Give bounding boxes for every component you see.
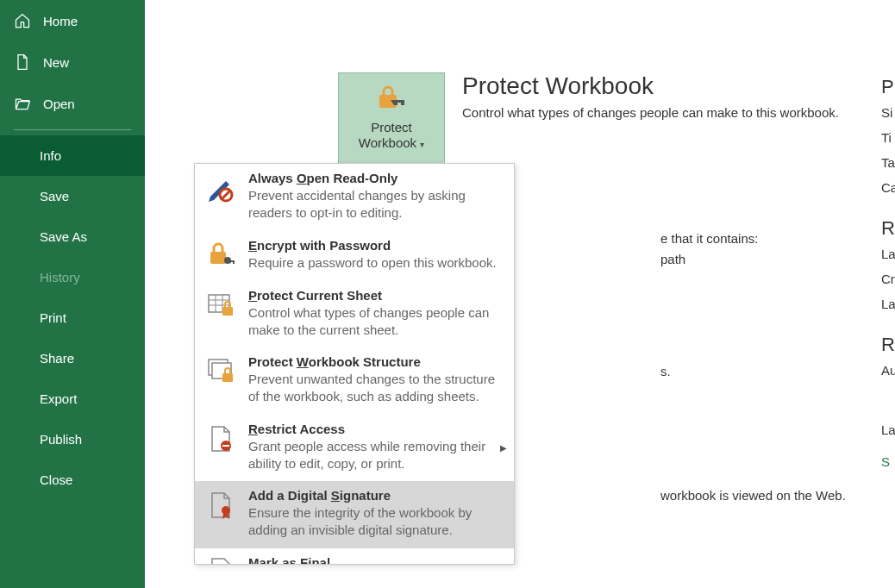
page-ribbon-icon — [203, 488, 238, 522]
sidebar-item-open[interactable]: Open — [0, 83, 145, 124]
sidebar-item-share[interactable]: Share — [0, 338, 145, 378]
menu-item-protect-workbook-structure[interactable]: Protect Workbook Structure Prevent unwan… — [195, 347, 514, 415]
sidebar-divider — [14, 129, 131, 130]
pencil-no-icon — [203, 171, 238, 205]
background-text: s. — [660, 364, 671, 378]
svg-rect-15 — [222, 445, 229, 447]
sheet-lock-icon — [203, 288, 238, 322]
property-label: Cr — [881, 266, 895, 291]
menu-item-protect-current-sheet[interactable]: Protect Current Sheet Control what types… — [195, 281, 514, 348]
section-description: Control what types of changes people can… — [462, 105, 839, 120]
sidebar-item-export[interactable]: Export — [0, 378, 145, 419]
page-final-icon — [203, 555, 238, 564]
sidebar-item-home[interactable]: Home — [0, 0, 145, 41]
submenu-arrow-icon: ▶ — [500, 443, 507, 453]
folder-open-icon — [14, 95, 31, 112]
property-label: La — [881, 417, 895, 442]
sidebar-label: Open — [43, 97, 75, 111]
related-dates-heading: R — [881, 216, 895, 241]
protect-workbook-button[interactable]: Protect Workbook▾ — [338, 72, 445, 164]
sidebar-item-save[interactable]: Save — [0, 176, 145, 216]
property-label: La — [881, 241, 895, 266]
button-label-line2: Workbook — [359, 135, 416, 150]
menu-item-restrict-access[interactable]: Restrict Access Grant people access whil… — [195, 415, 514, 482]
property-label: La — [881, 291, 895, 316]
property-label: Si — [881, 100, 895, 125]
sidebar-label: New — [43, 55, 69, 70]
backstage-sidebar: Home New Open Info Save Save As History … — [0, 0, 145, 588]
svg-point-16 — [222, 506, 230, 515]
document-icon — [14, 53, 31, 71]
home-icon — [14, 12, 31, 29]
property-label: Ta — [881, 150, 895, 175]
menu-item-always-open-read-only[interactable]: Always Open Read-Only Prevent accidental… — [195, 164, 514, 231]
protect-workbook-menu: Always Open Read-Only Prevent accidental… — [194, 163, 515, 565]
workbook-lock-icon — [203, 354, 238, 389]
menu-item-encrypt-with-password[interactable]: Encrypt with Password Require a password… — [195, 231, 514, 281]
sidebar-item-info[interactable]: Info — [0, 135, 145, 176]
background-text: path — [660, 252, 685, 266]
svg-rect-13 — [222, 373, 233, 382]
background-text: workbook is viewed on the Web. — [660, 488, 846, 503]
lock-key-icon — [203, 238, 238, 272]
menu-item-add-digital-signature[interactable]: Add a Digital Signature Ensure the integ… — [195, 481, 514, 548]
svg-rect-3 — [210, 252, 226, 264]
menu-item-mark-as-final[interactable]: Mark as Final — [195, 548, 514, 564]
sidebar-item-history: History — [0, 257, 145, 297]
background-text: e that it contains: — [660, 231, 758, 246]
chevron-down-icon: ▾ — [420, 140, 424, 149]
sidebar-item-new[interactable]: New — [0, 41, 145, 83]
sidebar-item-print[interactable]: Print — [0, 297, 145, 338]
properties-heading: P — [881, 74, 895, 100]
sidebar-item-save-as[interactable]: Save As — [0, 216, 145, 257]
property-label: Ca — [881, 175, 895, 200]
property-label: Ti — [881, 125, 895, 150]
sidebar-item-publish[interactable]: Publish — [0, 419, 145, 460]
page-restrict-icon — [203, 422, 238, 456]
svg-line-2 — [222, 191, 230, 199]
property-label: Au — [881, 358, 895, 383]
button-label-line1: Protect — [371, 120, 412, 134]
sidebar-label: Home — [43, 14, 78, 28]
show-all-link[interactable]: S — [881, 449, 895, 474]
related-people-heading: R — [881, 332, 895, 358]
svg-rect-10 — [222, 307, 233, 316]
section-title: Protect Workbook — [462, 72, 839, 100]
sidebar-item-close[interactable]: Close — [0, 460, 145, 500]
lock-key-icon — [375, 84, 408, 115]
